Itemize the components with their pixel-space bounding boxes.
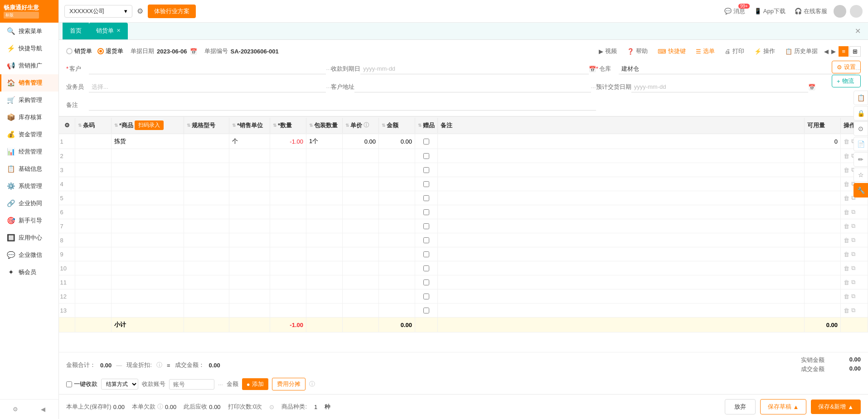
td-spec-8[interactable] [184, 247, 229, 261]
copy-icon-9[interactable]: ⧉ [851, 265, 855, 272]
delete-icon-9[interactable]: 🗑 [844, 265, 849, 272]
td-spec-3[interactable] [184, 177, 229, 191]
td-gift-7[interactable] [415, 233, 438, 247]
td-qty-3[interactable] [270, 177, 306, 191]
td-remark-1[interactable] [438, 149, 805, 163]
sidebar-item-9[interactable]: ⚙️系统管理 [0, 178, 58, 195]
td-price-1[interactable] [343, 149, 379, 163]
td-qty-5[interactable] [270, 205, 306, 219]
td-remark-0[interactable] [438, 134, 805, 149]
delete-icon-8[interactable]: 🗑 [844, 251, 849, 258]
delete-icon-7[interactable]: 🗑 [844, 237, 849, 244]
copy-icon-11[interactable]: ⧉ [851, 293, 855, 300]
td-unit-5[interactable] [229, 205, 270, 219]
td-remark-11[interactable] [438, 289, 805, 303]
td-pkg-8[interactable] [306, 247, 343, 261]
td-product-5[interactable] [112, 205, 184, 219]
save-new-chevron[interactable]: ▲ [848, 404, 853, 410]
td-pkg-10[interactable] [306, 275, 343, 289]
td-gift-10[interactable] [415, 275, 438, 289]
td-price-12[interactable] [343, 303, 379, 317]
td-gift-9[interactable] [415, 261, 438, 275]
td-amount-3[interactable] [379, 177, 415, 191]
delete-icon-1[interactable]: 🗑 [844, 153, 849, 159]
td-unit-7[interactable] [229, 233, 270, 247]
sidebar-item-6[interactable]: 💰资金管理 [0, 126, 58, 143]
td-price-11[interactable] [343, 289, 379, 303]
td-qty-9[interactable] [270, 261, 306, 275]
td-spec-11[interactable] [184, 289, 229, 303]
copy-icon-5[interactable]: ⧉ [851, 208, 855, 216]
td-qty-7[interactable] [270, 233, 306, 247]
delete-icon-6[interactable]: 🗑 [844, 223, 849, 230]
expected-date-calendar-icon[interactable]: 📅 [808, 84, 815, 91]
calendar-icon[interactable]: 📅 [190, 48, 197, 55]
td-product-9[interactable] [112, 261, 184, 275]
gift-checkbox-7[interactable] [423, 237, 429, 243]
gift-checkbox-3[interactable] [423, 181, 429, 187]
td-spec-1[interactable] [184, 149, 229, 163]
logistics-btn[interactable]: + 物流 [832, 75, 861, 87]
delete-icon-3[interactable]: 🗑 [844, 181, 849, 188]
one-click-pay-checkbox[interactable]: 一键收款 [66, 380, 97, 388]
td-product-2[interactable] [112, 163, 184, 177]
td-spec-5[interactable] [184, 205, 229, 219]
ops-btn[interactable]: ⚡ 操作 [751, 45, 779, 57]
gift-checkbox-12[interactable] [423, 308, 429, 313]
product-type-icon[interactable]: ⊙ [269, 404, 274, 410]
td-pkg-2[interactable] [306, 163, 343, 177]
td-unit-3[interactable] [229, 177, 270, 191]
td-barcode-10[interactable] [75, 275, 112, 289]
sidebar-item-11[interactable]: 🎯新手引导 [0, 212, 58, 229]
td-remark-12[interactable] [438, 303, 805, 317]
copy-icon-12[interactable]: ⧉ [851, 307, 855, 314]
td-price-2[interactable] [343, 163, 379, 177]
delete-icon-0[interactable]: 🗑 [844, 138, 849, 145]
customer-dots[interactable]: ··· [326, 66, 331, 72]
td-amount-8[interactable] [379, 247, 415, 261]
td-barcode-7[interactable] [75, 233, 112, 247]
copy-icon-6[interactable]: ⧉ [851, 222, 855, 230]
add-btn[interactable]: ● 添加 [242, 378, 268, 390]
td-gift-4[interactable] [415, 191, 438, 205]
td-amount-10[interactable] [379, 275, 415, 289]
td-unit-11[interactable] [229, 289, 270, 303]
td-remark-5[interactable] [438, 205, 805, 219]
save-draft-btn[interactable]: 保存草稿 ▲ [760, 399, 807, 414]
td-product-3[interactable] [112, 177, 184, 191]
td-pkg-7[interactable] [306, 233, 343, 247]
td-amount-1[interactable] [379, 149, 415, 163]
app-download-btn[interactable]: 📱 App下载 [752, 5, 788, 17]
sidebar-item-8[interactable]: 📋基础信息 [0, 160, 58, 178]
delete-icon-2[interactable]: 🗑 [844, 167, 849, 173]
td-gift-11[interactable] [415, 289, 438, 303]
td-gift-8[interactable] [415, 247, 438, 261]
td-spec-0[interactable] [184, 134, 229, 149]
td-gift-2[interactable] [415, 163, 438, 177]
radio-return-order[interactable]: 退货单 [97, 47, 123, 55]
view-list-btn[interactable]: ≡ [839, 46, 849, 57]
salesperson-dots[interactable]: ··· [326, 84, 331, 91]
td-product-6[interactable] [112, 219, 184, 233]
td-unit-6[interactable] [229, 219, 270, 233]
gift-checkbox-6[interactable] [423, 223, 429, 229]
due-date-input[interactable] [360, 63, 588, 74]
gift-checkbox-10[interactable] [423, 279, 429, 285]
td-product-10[interactable] [112, 275, 184, 289]
nav-next-icon[interactable]: ▶ [831, 48, 836, 55]
td-price-10[interactable] [343, 275, 379, 289]
float-btn-lock[interactable]: 🔒 [853, 106, 868, 120]
td-barcode-5[interactable] [75, 205, 112, 219]
td-price-7[interactable] [343, 233, 379, 247]
message-btn[interactable]: 💬 消息 99+ [722, 5, 748, 17]
td-unit-1[interactable] [229, 149, 270, 163]
td-qty-12[interactable] [270, 303, 306, 317]
td-qty-11[interactable] [270, 289, 306, 303]
td-remark-10[interactable] [438, 275, 805, 289]
td-pkg-12[interactable] [306, 303, 343, 317]
td-remark-9[interactable] [438, 261, 805, 275]
user-avatar2[interactable] [850, 5, 863, 18]
td-gift-0[interactable] [415, 134, 438, 149]
td-gift-5[interactable] [415, 205, 438, 219]
td-product-0[interactable]: 拣货 [112, 134, 184, 149]
